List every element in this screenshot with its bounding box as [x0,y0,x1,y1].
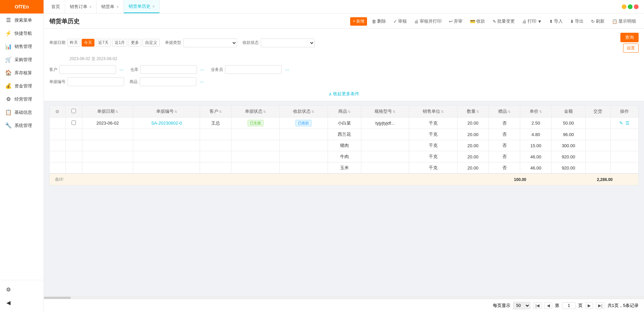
col-settings[interactable]: ⚙ [50,106,66,118]
cell-customer [200,140,231,151]
salesperson-input[interactable] [225,65,282,74]
tab-sales-shipment-close-icon[interactable]: × [116,5,118,9]
window-minimize-btn[interactable] [622,4,626,9]
customer-input[interactable] [59,65,116,74]
sidebar-item-inventory[interactable]: 🏠 库存核算 [0,66,44,79]
col-doc-status[interactable]: 单据状态⇅ [231,106,280,118]
abandon-button[interactable]: ↩ 弃审 [446,17,465,26]
warehouse-input[interactable] [140,65,197,74]
cell-doc-date [82,140,133,151]
collect-button[interactable]: 💳 收款 [467,17,488,26]
tab-sales-order[interactable]: 销售订单 × [65,0,96,13]
window-close-btn[interactable] [634,4,639,9]
col-unit-price[interactable]: 单价⇅ [520,106,552,118]
filter-doc-no-group: 单据编号 [49,77,124,86]
doc-no-input[interactable] [67,77,124,86]
col-sales-unit[interactable]: 销售单位⇅ [409,106,457,118]
date-btn-1month[interactable]: 近1月 [112,39,128,47]
doc-type-select[interactable] [183,38,237,47]
col-quantity[interactable]: 数量⇅ [457,106,488,118]
edit-btn[interactable]: ✎ [619,121,623,126]
page-size-select[interactable]: 50 100 200 [513,302,530,309]
salesperson-ellipsis-btn[interactable]: ··· [284,67,290,72]
cell-checkbox [65,151,82,162]
goods-input[interactable] [140,77,196,86]
tab-sales-history-close-icon[interactable]: × [152,4,155,8]
col-gift[interactable]: 赠品⇅ [488,106,520,118]
window-controls [622,4,641,9]
page-number-input[interactable] [562,302,576,309]
cell-gift: 否 [488,151,520,162]
sidebar-item-ops-mgmt[interactable]: ⚙ 经营管理 [0,93,44,106]
scrollbar-thumb[interactable] [44,297,71,299]
sidebar-item-sales-mgmt[interactable]: 📊 销售管理 [0,40,44,53]
date-btn-7days[interactable]: 近7天 [96,39,111,47]
show-detail-button[interactable]: 📋 显示明细 [609,17,639,26]
prev-page-btn[interactable]: ◀ [544,302,552,309]
batch-change-button[interactable]: ✎ 批量变更 [490,17,517,26]
cell-operation[interactable] [610,140,638,151]
sidebar-settings-btn[interactable]: ⚙ [0,283,44,296]
cell-operation[interactable]: ✎ ☰ [610,118,638,129]
print-button[interactable]: 🖨 打印 ▼ [520,17,544,26]
sidebar-item-finance-mgmt[interactable]: 💰 资金管理 [0,79,44,93]
gear-icon[interactable]: ⚙ [55,109,59,114]
filter-settings-button[interactable]: 设置 [623,44,639,53]
tab-home[interactable]: 首页 [47,0,65,13]
refresh-button[interactable]: ↻ 刷新 [588,17,607,26]
footer-label: 合计: [55,177,64,182]
select-all-checkbox[interactable] [72,109,76,113]
date-btn-yesterday[interactable]: 昨天 [67,39,80,47]
row-checkbox[interactable] [72,121,76,125]
col-goods[interactable]: 商品⇅ [328,106,361,118]
col-customer[interactable]: 客户⇅ [200,106,231,118]
sidebar-item-base-info[interactable]: 📋 基础信息 [0,106,44,119]
col-payment-status[interactable]: 收款状态⇅ [279,106,328,118]
delete-button[interactable]: 🗑 删除 [369,17,389,26]
col-doc-date[interactable]: 单据日期⇅ [82,106,133,118]
payment-status-badge: 已收款 [296,120,311,126]
col-doc-no[interactable]: 单据编号⇅ [133,106,200,118]
date-btn-custom[interactable]: 自定义 [143,39,160,47]
add-button[interactable]: + 新增 [350,17,367,26]
tab-sales-history[interactable]: 销货单历史 × [124,0,160,13]
tab-sales-shipment[interactable]: 销货单 × [96,0,123,13]
horizontal-scrollbar[interactable] [44,296,644,299]
query-button[interactable]: 查询 [620,33,639,42]
customer-ellipsis-btn[interactable]: ··· [118,67,125,72]
payment-status-select[interactable] [261,38,315,47]
next-page-btn[interactable]: ▶ [585,302,593,309]
audit-button[interactable]: ✓ 审核 [391,17,410,26]
cell-operation[interactable] [610,129,638,140]
sidebar-item-label-sys: 系统管理 [15,123,32,129]
sidebar-item-sys-mgmt[interactable]: 🔧 系统管理 [0,119,44,132]
collapse-filter-btn[interactable]: ∧ 收起更多条件 [49,89,639,98]
sidebar-item-label-ops: 经营管理 [15,96,32,102]
cell-doc-date [82,162,133,174]
window-maximize-btn[interactable] [628,4,633,9]
sidebar-item-purchase-mgmt[interactable]: 🛒 采购管理 [0,53,44,66]
import-button[interactable]: ⬆ 导入 [547,17,565,26]
abandon-icon: ↩ [449,19,453,24]
warehouse-ellipsis-btn[interactable]: ··· [199,67,206,72]
base-info-icon: 📋 [5,109,12,115]
last-page-btn[interactable]: ▶| [596,302,605,309]
audit-print-button[interactable]: 🖨 审核并打印 [412,17,444,26]
cell-operation[interactable] [610,151,638,162]
view-btn[interactable]: ☰ [625,121,629,126]
col-spec[interactable]: 规格型号⇅ [361,106,409,118]
sort-unit-price-icon: ⇅ [539,110,542,113]
sidebar-item-quick-nav[interactable]: ⚡ 快捷导航 [0,27,44,40]
date-btn-today[interactable]: 今天 [82,39,94,47]
cell-operation[interactable] [610,162,638,174]
goods-ellipsis-btn[interactable]: ··· [198,79,205,84]
export-button[interactable]: ⬇ 导出 [567,17,586,26]
sidebar-item-search-menu[interactable]: ☰ 搜索菜单 [0,14,44,27]
sidebar-collapse-btn[interactable]: ◀ [0,296,44,309]
tab-sales-order-close-icon[interactable]: × [89,5,91,9]
sidebar-item-label-sales: 销售管理 [15,44,32,50]
date-btn-more[interactable]: 更多 [129,39,141,47]
first-page-btn[interactable]: |◀ [533,302,542,309]
cell-doc-no [133,129,200,140]
finance-mgmt-icon: 💰 [5,83,12,89]
